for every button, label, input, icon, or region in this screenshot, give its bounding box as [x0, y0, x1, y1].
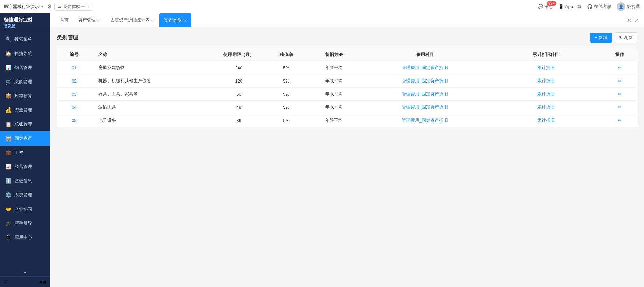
- experience-label: 我要体验一下: [63, 4, 89, 10]
- sidebar-item-inventory[interactable]: 📦 库存核算: [0, 89, 50, 103]
- tab-home[interactable]: 首页: [55, 13, 73, 27]
- sidebar-bottom: ⚙ ◀◀: [0, 276, 50, 287]
- sidebar-item-appcenter[interactable]: 📱 应用中心: [0, 230, 50, 245]
- topbar: 医疗器械行业演示 ▼ ⚙ ☁ 我要体验一下 💬 消息 99+ 📱 App下载 🎧…: [0, 0, 644, 13]
- sidebar-scroll-down[interactable]: ▼: [0, 269, 50, 276]
- cell-no: 02: [57, 74, 92, 88]
- sidebar-item-basic[interactable]: ℹ️ 基础信息: [0, 174, 50, 188]
- cell-action: ✏: [602, 88, 637, 101]
- box-icon: 📦: [5, 93, 12, 99]
- cell-action: ✏: [602, 101, 637, 114]
- sidebar-item-ledger[interactable]: 📋 总账管理: [0, 117, 50, 131]
- sidebar-item-guide[interactable]: 🎓 新手引导: [0, 216, 50, 230]
- sidebar-item-quicknav[interactable]: 🏠 快捷导航: [0, 46, 50, 61]
- sidebar-item-finance[interactable]: 💰 资金管理: [0, 103, 50, 117]
- collapse-icon[interactable]: ◀◀: [39, 279, 46, 284]
- cell-no: 01: [57, 61, 92, 74]
- app-icon: 📱: [5, 234, 12, 241]
- cell-name: 运输工具: [92, 101, 213, 114]
- cell-residual: 5%: [265, 74, 308, 88]
- cell-residual: 5%: [265, 88, 308, 101]
- table-row: 02 机器、机械和其他生产设备 120 5% 年限平均 管理费用_固定资产折旧 …: [57, 74, 637, 88]
- handshake-icon: 🤝: [5, 206, 12, 212]
- experience-button[interactable]: ☁ 我要体验一下: [54, 3, 92, 11]
- operations-icon: 📈: [5, 164, 12, 170]
- col-header-expense: 费用科目: [360, 48, 490, 61]
- col-header-action: 操作: [602, 48, 637, 61]
- sidebar-item-label: 企业协同: [14, 206, 32, 212]
- sidebar-item-enterprise[interactable]: 🤝 企业协同: [0, 202, 50, 216]
- demo-selector[interactable]: 医疗器械行业演示 ▼: [4, 4, 44, 10]
- sidebar-item-label: 采购管理: [14, 79, 32, 85]
- sidebar-item-operations[interactable]: 📈 经营管理: [0, 160, 50, 174]
- tab-close-icon[interactable]: ×: [152, 18, 155, 22]
- edit-icon[interactable]: ✏: [618, 91, 622, 97]
- edit-icon[interactable]: ✏: [618, 104, 622, 110]
- chart-icon: 📊: [5, 65, 12, 71]
- sidebar-item-label: 固定资产: [14, 135, 32, 141]
- sidebar-item-system[interactable]: ⚙️ 系统管理: [0, 188, 50, 202]
- edit-icon[interactable]: ✏: [618, 118, 622, 123]
- sidebar-item-label: 销售管理: [14, 65, 32, 71]
- username: 畅捷通: [627, 4, 640, 10]
- cell-accum: 累计折旧: [490, 74, 602, 88]
- sidebar-item-search[interactable]: 🔍 搜索菜单: [0, 32, 50, 46]
- page-content: 类别管理 + 新增 ↻ 刷新 编号 名称 使用期限（月）: [50, 27, 644, 287]
- sidebar-item-fixed[interactable]: 🏢 固定资产: [0, 131, 50, 146]
- tab-expand-icon[interactable]: ⤢: [635, 18, 639, 23]
- tab-home-label: 首页: [60, 17, 69, 23]
- guide-icon: 🎓: [5, 220, 12, 226]
- cell-expense: 管理费用_固定资产折旧: [360, 88, 490, 101]
- tab-right-controls: ✕ ⤢: [627, 17, 639, 24]
- edit-icon[interactable]: ✏: [618, 78, 622, 84]
- header-actions: + 新增 ↻ 刷新: [590, 32, 637, 43]
- tab-asset-type[interactable]: 资产类型 ×: [159, 13, 191, 27]
- user-profile[interactable]: 👤 畅捷通: [617, 2, 640, 11]
- col-header-accum: 累计折旧科目: [490, 48, 602, 61]
- refresh-button[interactable]: ↻ 刷新: [615, 32, 637, 43]
- cell-action: ✏: [602, 61, 637, 74]
- gear-icon[interactable]: ⚙: [47, 3, 52, 10]
- cell-period: 48: [213, 101, 265, 114]
- sidebar-item-label: 总账管理: [14, 121, 32, 127]
- refresh-label: 刷新: [624, 35, 633, 41]
- settings-icon[interactable]: ⚙: [4, 279, 8, 284]
- tab-label: 资产类型: [164, 17, 182, 23]
- sidebar-item-label: 库存核算: [14, 93, 32, 99]
- tab-depreciation[interactable]: 固定资产折旧统计表 ×: [105, 13, 159, 27]
- message-icon: 💬: [538, 4, 543, 9]
- tab-close-window-icon[interactable]: ✕: [627, 17, 632, 24]
- col-header-method: 折旧方法: [308, 48, 360, 61]
- tab-asset-mgmt[interactable]: 资产管理 ×: [73, 13, 105, 27]
- phone-icon: 📱: [558, 4, 564, 9]
- sidebar-item-purchase[interactable]: 🛒 采购管理: [0, 75, 50, 89]
- message-button[interactable]: 💬 消息 99+: [538, 4, 553, 10]
- cell-action: ✏: [602, 114, 637, 127]
- tab-close-icon[interactable]: ×: [184, 18, 187, 23]
- tab-label: 固定资产折旧统计表: [110, 17, 150, 23]
- edit-icon[interactable]: ✏: [618, 65, 622, 70]
- search-icon: 🔍: [5, 36, 12, 42]
- app-download-button[interactable]: 📱 App下载: [558, 4, 582, 10]
- cell-method: 年限平均: [308, 101, 360, 114]
- cell-method: 年限平均: [308, 61, 360, 74]
- col-header-residual: 残值率: [265, 48, 308, 61]
- cell-expense: 管理费用_固定资产折旧: [360, 61, 490, 74]
- cell-accum: 累计折旧: [490, 61, 602, 74]
- cell-residual: 5%: [265, 61, 308, 74]
- cell-accum: 累计折旧: [490, 114, 602, 127]
- online-service-button[interactable]: 🎧 在线客服: [587, 4, 611, 10]
- demo-chevron-icon: ▼: [40, 5, 44, 9]
- tab-close-icon[interactable]: ×: [98, 18, 101, 22]
- table-row: 03 器具、工具、家具等 60 5% 年限平均 管理费用_固定资产折旧 累计折旧…: [57, 88, 637, 101]
- sidebar-item-sales[interactable]: 📊 销售管理: [0, 61, 50, 75]
- content-area: 首页 资产管理 × 固定资产折旧统计表 × 资产类型 × ✕ ⤢ 类别管理: [50, 13, 644, 287]
- sidebar-item-label: 工资: [14, 150, 23, 156]
- new-button[interactable]: + 新增: [590, 33, 612, 43]
- tab-label: 资产管理: [78, 17, 96, 23]
- sidebar-item-label: 基础信息: [14, 178, 32, 184]
- sidebar-item-payroll[interactable]: 💼 工资: [0, 146, 50, 160]
- col-header-no: 编号: [57, 48, 92, 61]
- cell-method: 年限平均: [308, 74, 360, 88]
- cell-period: 60: [213, 88, 265, 101]
